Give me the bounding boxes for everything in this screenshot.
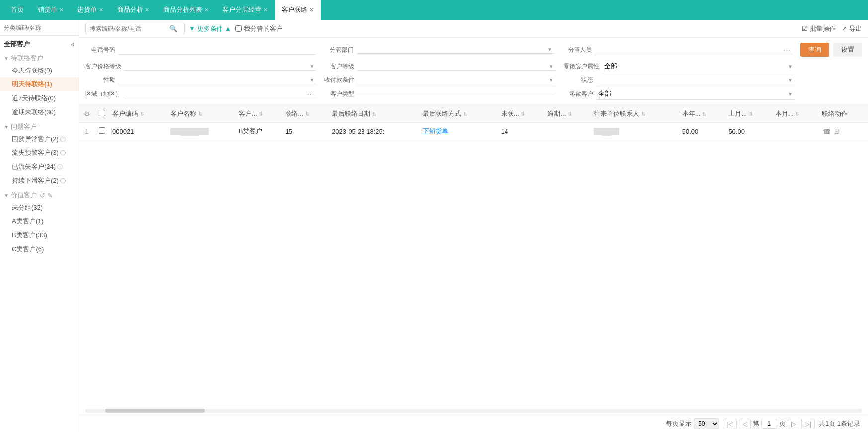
- sort-icon-overdue: ⇅: [568, 111, 572, 117]
- my-customer-checkbox-area[interactable]: 我分管的客户: [235, 24, 283, 33]
- nav-close-product-analysis-list[interactable]: ✕: [204, 7, 209, 13]
- area-dots: ···: [307, 90, 315, 98]
- payment-select[interactable]: ▼: [357, 76, 555, 84]
- next-page-btn[interactable]: ▷: [788, 419, 799, 429]
- scroll-thumb[interactable]: [105, 409, 205, 413]
- last-way-link[interactable]: 下销货单: [423, 127, 448, 135]
- zero-attr-select[interactable]: 全部 ▼: [602, 61, 795, 72]
- scroll-track[interactable]: [85, 409, 862, 413]
- group-title-value-customer: ▼ 价值客户 ↺ ✎: [0, 188, 79, 201]
- manager-select[interactable]: ···: [595, 45, 793, 55]
- prev-page-btn[interactable]: ◁: [739, 419, 751, 429]
- th-last-date[interactable]: 最后联络日期 ⇅: [329, 105, 420, 123]
- sidebar-collapse-btn[interactable]: «: [71, 40, 75, 49]
- edit-value-icon[interactable]: ✎: [47, 192, 53, 199]
- nav-close-product-analysis[interactable]: ✕: [145, 7, 149, 13]
- sidebar-item-class-a[interactable]: A类客户(1): [0, 215, 79, 228]
- status-select[interactable]: ▼: [596, 76, 795, 84]
- price-level-label: 客户价格等级: [85, 62, 121, 71]
- toolbar-search-icon[interactable]: 🔍: [169, 25, 177, 32]
- nav-close-customer-contact[interactable]: ✕: [309, 7, 314, 13]
- th-last-way[interactable]: 最后联络方式 ⇅: [420, 105, 498, 123]
- sidebar-item-declining[interactable]: 持续下滑客户(2) ⓘ: [0, 174, 79, 188]
- th-type[interactable]: 客户... ⇅: [236, 105, 283, 123]
- nav-sales-order[interactable]: 销货单 ✕: [31, 0, 71, 20]
- cell-code: 000021: [109, 123, 167, 140]
- gender-select[interactable]: ▼: [118, 76, 316, 84]
- nav-customer-contact[interactable]: 客户联络 ✕: [275, 0, 321, 20]
- batch-operation-button[interactable]: ☑ 批量操作: [802, 24, 836, 33]
- customer-level-select[interactable]: ▼: [357, 63, 555, 71]
- sort-icon-code: ⇅: [140, 111, 144, 117]
- cell-checkbox: [94, 123, 109, 140]
- area-select[interactable]: ···: [124, 89, 316, 99]
- pagination: |◁ ◁ 第 页 ▷ ▷|: [723, 419, 815, 429]
- select-all-checkbox[interactable]: [99, 110, 105, 116]
- sidebar-item-class-c[interactable]: C类客户(6): [0, 242, 79, 256]
- filter-row-3: 性质 ▼ 收付款条件 ▼ 状态: [85, 76, 862, 84]
- th-this-month[interactable]: 本月... ⇅: [772, 105, 819, 123]
- export-button[interactable]: ↗ 导出: [842, 24, 862, 33]
- customer-type-select[interactable]: [357, 93, 555, 95]
- th-code[interactable]: 客户编码 ⇅: [109, 105, 167, 123]
- nav-product-analysis-list[interactable]: 商品分析列表 ✕: [156, 0, 216, 20]
- per-page-label: 每页显示: [666, 419, 692, 428]
- th-not-contact[interactable]: 未联... ⇅: [498, 105, 545, 123]
- last-page-btn[interactable]: ▷|: [801, 419, 815, 429]
- my-customer-checkbox[interactable]: [235, 25, 242, 32]
- zero-customer-select[interactable]: 全部 ▼: [596, 88, 795, 100]
- nav-close-purchase-order[interactable]: ✕: [99, 7, 103, 13]
- th-unit-contact[interactable]: 往来单位联系人 ⇅: [591, 105, 679, 123]
- nav-home[interactable]: 首页: [4, 0, 31, 20]
- sidebar-item-ungrouped[interactable]: 未分组(32): [0, 201, 79, 215]
- sidebar-item-churned[interactable]: 已流失客户(24) ⓘ: [0, 160, 79, 174]
- row-checkbox-0[interactable]: [99, 127, 105, 134]
- sidebar-item-churn-warning[interactable]: 流失预警客户(3) ⓘ: [0, 146, 79, 160]
- cell-not-contact: 14: [498, 123, 545, 140]
- action-contact-icon[interactable]: ☎: [823, 128, 831, 135]
- filter-row-4: 区域（地区） ··· 客户类型 零散客户 全部 ▼: [85, 88, 862, 100]
- chevron-up-icon: ▲: [225, 25, 231, 32]
- cell-this-month: [772, 123, 819, 140]
- th-overdue[interactable]: 逾期... ⇅: [544, 105, 591, 123]
- sidebar-item-tomorrow-contact[interactable]: 明天待联络(1): [0, 77, 79, 91]
- th-contact[interactable]: 联络... ⇅: [282, 105, 329, 123]
- sidebar-item-7days-contact[interactable]: 近7天待联络(0): [0, 91, 79, 105]
- table-header-row: ⚙ 客户编码 ⇅ 客户名称 ⇅: [79, 105, 868, 123]
- th-this-year[interactable]: 本年... ⇅: [679, 105, 726, 123]
- th-last-month[interactable]: 上月... ⇅: [725, 105, 772, 123]
- query-button[interactable]: 查询: [800, 43, 829, 57]
- more-filter-button[interactable]: ▼ 更多条件 ▲: [189, 24, 231, 33]
- content-area: 🔍 ▼ 更多条件 ▲ 我分管的客户 ☑ 批量操作 ↗ 导出: [79, 20, 868, 432]
- th-gear: ⚙: [79, 105, 94, 123]
- toolbar-search-input[interactable]: [90, 25, 169, 32]
- sidebar-item-overdue-contact[interactable]: 逾期未联络(30): [0, 105, 79, 119]
- info-icon-churned: ⓘ: [57, 164, 63, 170]
- page-input[interactable]: [761, 419, 777, 429]
- filter-area: 区域（地区） ···: [85, 89, 316, 99]
- sidebar-search-input[interactable]: [4, 24, 78, 31]
- nav-customer-tier[interactable]: 客户分层经营 ✕: [216, 0, 275, 20]
- filter-zero-customer: 零散客户 全部 ▼: [564, 88, 795, 100]
- nav-purchase-order[interactable]: 进货单 ✕: [71, 0, 110, 20]
- phone-input[interactable]: [118, 45, 316, 55]
- customer-level-label: 客户等级: [324, 62, 354, 71]
- dept-select[interactable]: ▼: [357, 46, 554, 54]
- sidebar-search-area: 🔍: [0, 20, 79, 36]
- per-page-select[interactable]: 50 100 200: [694, 418, 719, 429]
- price-level-select[interactable]: ▼: [124, 63, 316, 71]
- nav-close-customer-tier[interactable]: ✕: [263, 7, 268, 13]
- sidebar-item-repurchase-abnormal[interactable]: 回购异常客户(2) ⓘ: [0, 132, 79, 146]
- action-more-icon[interactable]: ⊞: [834, 128, 840, 135]
- first-page-btn[interactable]: |◁: [723, 419, 736, 429]
- customer-level-arrow: ▼: [549, 64, 554, 69]
- filter-icon: ▼: [189, 25, 195, 32]
- nav-close-sales-order[interactable]: ✕: [59, 7, 64, 13]
- sidebar-item-today-contact[interactable]: 今天待联络(0): [0, 64, 79, 77]
- nav-product-analysis[interactable]: 商品分析 ✕: [110, 0, 156, 20]
- refresh-value-icon[interactable]: ↺: [40, 192, 45, 199]
- gear-settings-icon[interactable]: ⚙: [84, 110, 90, 118]
- th-name[interactable]: 客户名称 ⇅: [167, 105, 236, 123]
- sidebar-item-class-b[interactable]: B类客户(33): [0, 228, 79, 242]
- reset-button[interactable]: 设置: [833, 43, 862, 57]
